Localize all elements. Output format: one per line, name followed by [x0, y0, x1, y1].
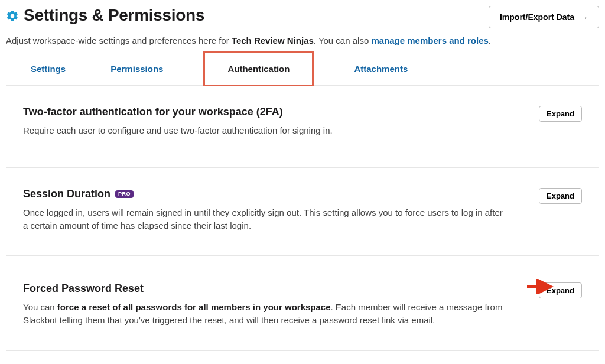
tab-permissions[interactable]: Permissions: [106, 57, 168, 85]
expand-forced-reset-button[interactable]: Expand: [539, 282, 582, 298]
section-forced-reset-desc: You can force a reset of all passwords f…: [23, 301, 508, 327]
section-2fa-desc: Require each user to configure and use t…: [23, 124, 508, 137]
expand-session-button[interactable]: Expand: [539, 188, 582, 204]
arrow-right-icon: →: [580, 13, 588, 22]
section-forced-reset-title: Forced Password Reset: [23, 282, 525, 295]
subhead-mid: . You can also: [314, 35, 372, 46]
subhead-prefix: Adjust workspace-wide settings and prefe…: [6, 35, 232, 46]
page-subheading: Adjust workspace-wide settings and prefe…: [6, 35, 599, 46]
section-forced-reset: Forced Password Reset You can force a re…: [6, 262, 599, 351]
tab-settings[interactable]: Settings: [26, 57, 70, 85]
forced-reset-desc-prefix: You can: [23, 302, 57, 312]
gear-icon: [6, 9, 19, 22]
tabs-nav: Settings Permissions Authentication Atta…: [6, 57, 599, 86]
section-session-desc: Once logged in, users will remain signed…: [23, 206, 508, 232]
workspace-name: Tech Review Ninjas: [232, 35, 314, 46]
import-export-label: Import/Export Data: [500, 12, 574, 22]
subhead-suffix: .: [489, 35, 491, 46]
expand-2fa-button[interactable]: Expand: [539, 106, 582, 122]
tab-authentication[interactable]: Authentication: [203, 51, 314, 86]
tab-attachments[interactable]: Attachments: [349, 57, 412, 85]
page-title: Settings & Permissions: [24, 6, 204, 25]
manage-members-link[interactable]: manage members and roles: [371, 35, 488, 46]
section-session-duration: Session Duration PRO Once logged in, use…: [6, 167, 599, 256]
forced-reset-desc-strong: force a reset of all passwords for all m…: [57, 302, 331, 312]
section-2fa: Two-factor authentication for your works…: [6, 86, 599, 161]
section-session-title: Session Duration: [23, 188, 110, 200]
section-2fa-title: Two-factor authentication for your works…: [23, 106, 525, 118]
pro-badge: PRO: [115, 190, 134, 198]
import-export-button[interactable]: Import/Export Data →: [489, 6, 599, 28]
